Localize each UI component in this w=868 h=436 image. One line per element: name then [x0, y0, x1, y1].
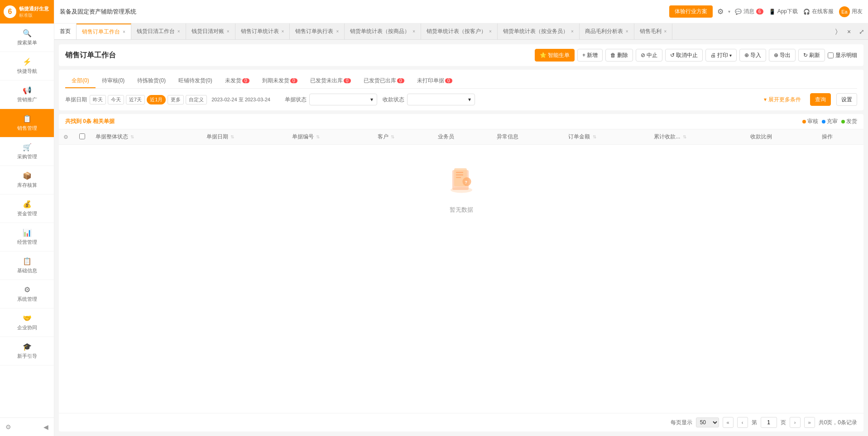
tab-close-7[interactable]: ×	[489, 29, 492, 34]
col-settings[interactable]: ⚙	[59, 129, 73, 145]
date-btn-2[interactable]: 近7天	[126, 95, 145, 104]
sub-tab-0[interactable]: 全部(0)	[65, 74, 96, 88]
nav-icon-4: 🛒	[23, 143, 32, 152]
tab-8[interactable]: 销货单统计表（按业务员）×	[498, 24, 580, 40]
sub-tab-count-5: 0	[290, 78, 297, 83]
sidebar-item-5[interactable]: 📦库存核算	[0, 166, 54, 194]
tab-close-9[interactable]: ×	[626, 29, 628, 34]
sidebar-item-0[interactable]: 🔍搜索菜单	[0, 24, 54, 52]
filter-row: 单据日期 昨天今天近7天近1月更多自定义 2023-02-24 至 2023-0…	[65, 93, 857, 106]
delete-btn[interactable]: 🗑 删除	[605, 49, 633, 62]
tab-close-1[interactable]: ×	[123, 29, 125, 34]
tab-9[interactable]: 商品毛利分析表×	[580, 24, 634, 40]
select-all-checkbox[interactable]	[79, 133, 85, 139]
user-btn[interactable]: Ea 用友	[839, 6, 863, 17]
sidebar-item-8[interactable]: 📋基础信息	[0, 251, 54, 280]
nav-label-4: 采购管理	[17, 153, 37, 160]
date-btn-4[interactable]: 更多	[168, 95, 184, 104]
tab-5[interactable]: 销售订单执行表×	[290, 24, 345, 40]
tab-2[interactable]: 钱货日清工作台×	[131, 24, 186, 40]
tab-7[interactable]: 销货单统计表（按客户）×	[421, 24, 498, 40]
tab-label-5: 销售订单执行表	[295, 28, 333, 35]
sidebar-item-2[interactable]: 📢营销推广	[0, 81, 54, 109]
sidebar-item-4[interactable]: 🛒采购管理	[0, 137, 54, 166]
tab-fullscreen-btn[interactable]: ⤢	[855, 25, 868, 38]
tab-4[interactable]: 销售订单统计表×	[235, 24, 290, 40]
messages-btn[interactable]: 💬 消息 6	[735, 8, 763, 15]
table-action-btn-审核[interactable]: 审核	[802, 118, 818, 125]
date-btn-1[interactable]: 今天	[108, 95, 124, 104]
sub-tab-7[interactable]: 已发货已出库0	[357, 74, 411, 88]
import-icon: ⊕	[744, 52, 749, 58]
page-number-input[interactable]	[761, 417, 777, 428]
tab-close-6[interactable]: ×	[412, 29, 415, 34]
show-detail-checkbox[interactable]	[828, 52, 834, 58]
sub-tab-4[interactable]: 未发货0	[219, 74, 256, 88]
import-btn[interactable]: ⊕ 导入	[739, 49, 766, 62]
sidebar-item-1[interactable]: ⚡快捷导航	[0, 52, 54, 81]
refresh-btn[interactable]: ↻ 刷新	[798, 49, 825, 62]
tab-close-8[interactable]: ×	[571, 29, 574, 34]
header-settings-icon[interactable]: ⚙	[717, 7, 724, 16]
tab-0[interactable]: 首页	[54, 24, 77, 40]
tab-3[interactable]: 钱货日清对账×	[186, 24, 235, 40]
experience-btn[interactable]: 体验行业方案	[669, 5, 713, 18]
sidebar-item-11[interactable]: 🎓新手引导	[0, 337, 54, 365]
app-download-btn[interactable]: 📱 App下载	[769, 8, 798, 15]
next-page-btn[interactable]: ›	[790, 417, 801, 428]
tab-1[interactable]: 销售订单工作台×	[77, 24, 131, 40]
query-btn[interactable]: 查询	[810, 93, 831, 106]
prev-page-btn[interactable]: ‹	[737, 417, 748, 428]
table-section: 共找到 0条 相关单据 审核充审发货 ⚙ 单据整体状态 ⇅	[59, 114, 863, 431]
sub-tab-8[interactable]: 未打印单据0	[411, 74, 459, 88]
show-detail-label[interactable]: 显示明细	[828, 52, 857, 59]
date-btn-0[interactable]: 昨天	[90, 95, 106, 104]
status-select[interactable]: ▾	[309, 94, 377, 105]
stop-btn[interactable]: ⊘ 中止	[636, 49, 662, 62]
top-header: 装备及固定资产辅助管理系统 体验行业方案 ⚙ ▾ 💬 消息 6 📱 App下载 …	[54, 0, 868, 24]
tab-close-10[interactable]: ×	[664, 29, 667, 34]
table-action-btn-充审[interactable]: 充审	[822, 118, 838, 125]
smart-create-btn[interactable]: ⭐ 智能生单	[535, 49, 575, 62]
sidebar-item-10[interactable]: 🤝企业协同	[0, 308, 54, 337]
payment-select[interactable]: ▾	[407, 94, 475, 105]
svg-text:?: ?	[465, 180, 467, 185]
tab-close-4[interactable]: ×	[282, 29, 284, 34]
first-page-btn[interactable]: «	[723, 417, 734, 428]
add-btn[interactable]: + 新增	[577, 49, 603, 62]
sidebar-item-9[interactable]: ⚙系统管理	[0, 280, 54, 308]
page-size-select[interactable]: 20 50 100	[696, 417, 719, 427]
date-btn-3[interactable]: 近1月	[147, 95, 166, 104]
dot-2	[841, 120, 845, 123]
tab-close-5[interactable]: ×	[336, 29, 339, 34]
tab-more-btn[interactable]: 〉	[830, 25, 843, 38]
date-btn-5[interactable]: 自定义	[186, 95, 207, 104]
sidebar-collapse-btn[interactable]: ◀	[42, 422, 50, 432]
user-name: 用友	[852, 8, 863, 15]
online-service-btn[interactable]: 🎧 在线客服	[803, 8, 834, 15]
expand-btn[interactable]: ▾ 展开更多条件	[764, 96, 801, 104]
tab-10[interactable]: 销售毛利×	[634, 24, 673, 40]
nav-label-11: 新手引导	[17, 353, 37, 360]
sub-tab-3[interactable]: 旺铺待发货(0)	[172, 74, 219, 88]
sub-tab-6[interactable]: 已发货未出库0	[304, 74, 357, 88]
cancel-stop-btn[interactable]: ↺ 取消中止	[665, 49, 703, 62]
sidebar-item-6[interactable]: 💰资金管理	[0, 194, 54, 223]
sidebar-settings-btn[interactable]: ⚙	[4, 422, 13, 432]
tab-close-3[interactable]: ×	[227, 29, 230, 34]
sub-tab-1[interactable]: 待审核(0)	[96, 74, 131, 88]
tab-close-2[interactable]: ×	[177, 29, 180, 34]
export-btn[interactable]: ⊕ 导出	[769, 49, 796, 62]
sidebar-item-3[interactable]: 📋销售管理	[0, 109, 54, 137]
sidebar-item-7[interactable]: 📊经营管理	[0, 223, 54, 251]
print-btn[interactable]: 🖨 打印 ▾	[705, 49, 737, 62]
header-dropdown-arrow[interactable]: ▾	[728, 9, 730, 14]
sub-tab-5[interactable]: 到期未发货0	[256, 74, 304, 88]
last-page-btn[interactable]: »	[804, 417, 815, 428]
table-action-btn-发货[interactable]: 发货	[841, 118, 857, 125]
filter-settings-btn[interactable]: 设置	[836, 93, 857, 106]
logo-tag: 标准版	[19, 12, 49, 19]
tab-close-all-btn[interactable]: ×	[843, 25, 855, 38]
sub-tab-2[interactable]: 待拣验货(0)	[131, 74, 172, 88]
tab-6[interactable]: 销货单统计表（按商品）×	[345, 24, 421, 40]
